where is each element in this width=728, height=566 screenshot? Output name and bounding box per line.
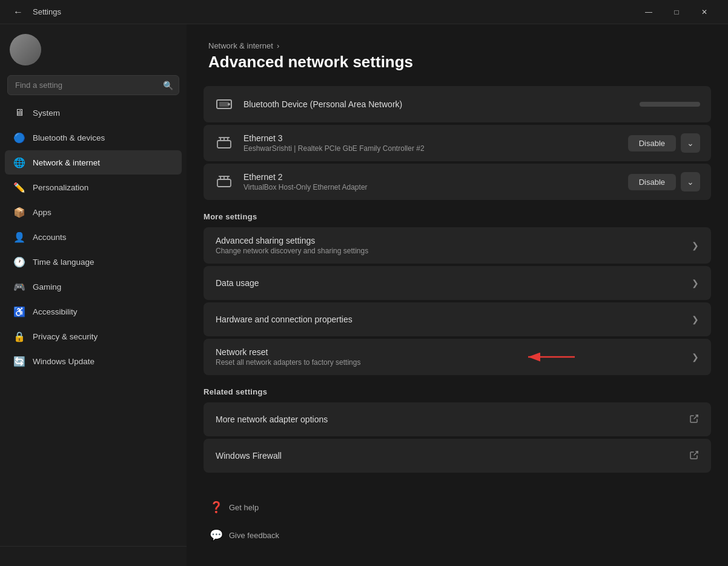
adapter-name-bluetooth: Bluetooth Device (Personal Area Network) [243,99,630,109]
external-link-icon-adapters [689,414,699,425]
disable-button-eth3[interactable]: Disable [628,135,676,151]
sidebar-item-label-windows-update: Windows Update [33,357,94,366]
give-feedback-label: Give feedback [229,531,279,540]
adapter-info-bluetooth: Bluetooth Device (Personal Area Network) [243,99,630,109]
sidebar-item-network[interactable]: 🌐Network & internet [5,150,182,175]
related-settings-header: Related settings [204,387,711,396]
adapter-icon-bluetooth [214,95,234,114]
window-title: Settings [33,7,635,16]
expand-button-eth3[interactable]: ⌄ [681,133,700,153]
accounts-icon: 👤 [13,231,25,243]
settings-row-info-data-usage: Data usage [216,278,684,288]
external-link-icon-firewall [689,450,699,462]
give-feedback-icon: 💬 [210,528,223,542]
sidebar-item-privacy[interactable]: 🔒Privacy & security [5,324,182,348]
sidebar-item-accounts[interactable]: 👤Accounts [5,225,182,249]
adapter-name-eth3: Ethernet 3 [243,133,618,143]
more-adapters-title: More network adapter options [216,415,682,424]
apps-icon: 📦 [13,206,25,218]
svg-point-2 [228,103,230,105]
more-settings-header: More settings [204,212,711,221]
sidebar-nav: 🖥System🔵Bluetooth & devices🌐Network & in… [0,100,187,546]
page-footer-links: ❓ Get help 💬 Give feedback [187,475,728,548]
sidebar-item-system[interactable]: 🖥System [5,101,182,125]
sidebar-item-windows-update[interactable]: 🔄Windows Update [5,349,182,373]
minimize-button[interactable]: — [635,0,663,24]
breadcrumb: Network & internet › [208,41,706,50]
settings-row-info-firewall: Windows Firewall [216,451,682,461]
profile-section [0,24,187,73]
sidebar-item-label-personalization: Personalization [33,183,88,192]
page-title: Advanced network settings [208,53,706,72]
svg-rect-3 [217,141,231,148]
adapter-icon-eth2 [214,172,234,191]
adapter-info-eth2: Ethernet 2 VirtualBox Host-Only Ethernet… [243,172,618,191]
sidebar-item-label-gaming: Gaming [33,282,61,291]
settings-row-hardware[interactable]: Hardware and connection properties ❯ [204,302,711,336]
settings-row-data-usage[interactable]: Data usage ❯ [204,266,711,300]
close-button[interactable]: ✕ [690,0,718,24]
back-button[interactable]: ← [10,4,27,21]
sidebar-item-bluetooth[interactable]: 🔵Bluetooth & devices [5,125,182,150]
sidebar-item-label-accessibility: Accessibility [33,307,78,316]
adapter-info-eth3: Ethernet 3 EeshwarSrishti | Realtek PCIe… [243,133,618,153]
chevron-right-icon: ❯ [692,241,699,250]
adapter-actions-eth2: Disable ⌄ [628,172,700,191]
sidebar-item-label-time: Time & language [33,258,94,267]
sidebar-item-gaming[interactable]: 🎮Gaming [5,275,182,299]
give-feedback-link[interactable]: 💬 Give feedback [204,524,711,547]
sidebar: 🔍 🖥System🔵Bluetooth & devices🌐Network & … [0,24,187,566]
adapter-actions-bluetooth [640,102,700,107]
sidebar-item-label-apps: Apps [33,208,51,217]
settings-row-info-network-reset: Network reset Reset all network adapters… [216,347,684,367]
settings-row-info-advanced-sharing: Advanced sharing settings Change network… [216,236,684,255]
settings-row-firewall[interactable]: Windows Firewall [204,439,711,473]
avatar [10,34,41,65]
adapter-icon-eth3 [214,133,234,153]
windows-update-icon: 🔄 [13,355,25,367]
maximize-button[interactable]: □ [663,0,690,24]
sidebar-item-label-accounts: Accounts [33,233,67,242]
advanced-sharing-title: Advanced sharing settings [216,236,684,245]
breadcrumb-parent[interactable]: Network & internet [208,41,273,50]
chevron-right-icon-hardware: ❯ [692,315,699,324]
sidebar-item-accessibility[interactable]: ♿Accessibility [5,299,182,324]
settings-row-network-reset[interactable]: Network reset Reset all network adapters… [204,339,711,375]
get-help-icon: ❓ [210,501,223,514]
page-header: Network & internet › Advanced network se… [187,24,728,86]
window-controls: — □ ✕ [635,0,718,24]
get-help-label: Get help [229,503,259,512]
adapter-sub-eth2: VirtualBox Host-Only Ethernet Adapter [243,183,618,191]
time-icon: 🕐 [13,256,25,268]
disable-button-eth2[interactable]: Disable [628,174,676,190]
network-reset-sub: Reset all network adapters to factory se… [216,358,684,367]
get-help-link[interactable]: ❓ Get help [204,496,711,519]
sidebar-item-time[interactable]: 🕐Time & language [5,250,182,274]
data-usage-title: Data usage [216,278,684,288]
chevron-right-icon-data: ❯ [692,278,699,288]
expand-button-eth2[interactable]: ⌄ [681,172,700,191]
gaming-icon: 🎮 [13,281,25,293]
adapter-card-eth2: Ethernet 2 VirtualBox Host-Only Ethernet… [204,164,711,200]
settings-row-more-adapters[interactable]: More network adapter options [204,402,711,436]
settings-row-advanced-sharing[interactable]: Advanced sharing settings Change network… [204,227,711,264]
sidebar-item-label-system: System [33,108,60,118]
main-pane: Network & internet › Advanced network se… [187,24,728,566]
network-icon: 🌐 [13,156,25,168]
advanced-sharing-sub: Change network discovery and sharing set… [216,247,684,255]
search-input[interactable] [7,75,179,95]
settings-row-info-more-adapters: More network adapter options [216,415,682,424]
settings-row-info-hardware: Hardware and connection properties [216,315,684,324]
settings-window: ← Settings — □ ✕ 🔍 🖥System🔵Bluetooth & d… [0,0,728,566]
adapter-section-eth3: Ethernet 3 EeshwarSrishti | Realtek PCIe… [204,125,711,161]
bluetooth-icon: 🔵 [13,132,25,144]
hardware-title: Hardware and connection properties [216,315,684,324]
sidebar-item-apps[interactable]: 📦Apps [5,200,182,224]
sidebar-footer [0,546,187,556]
adapter-section-eth2: Ethernet 2 VirtualBox Host-Only Ethernet… [204,164,711,200]
main-content-area: 🔍 🖥System🔵Bluetooth & devices🌐Network & … [0,24,728,566]
adapter-section-top: Bluetooth Device (Personal Area Network) [204,86,711,122]
sidebar-item-personalization[interactable]: ✏️Personalization [5,175,182,199]
system-icon: 🖥 [13,107,25,119]
privacy-icon: 🔒 [13,330,25,342]
